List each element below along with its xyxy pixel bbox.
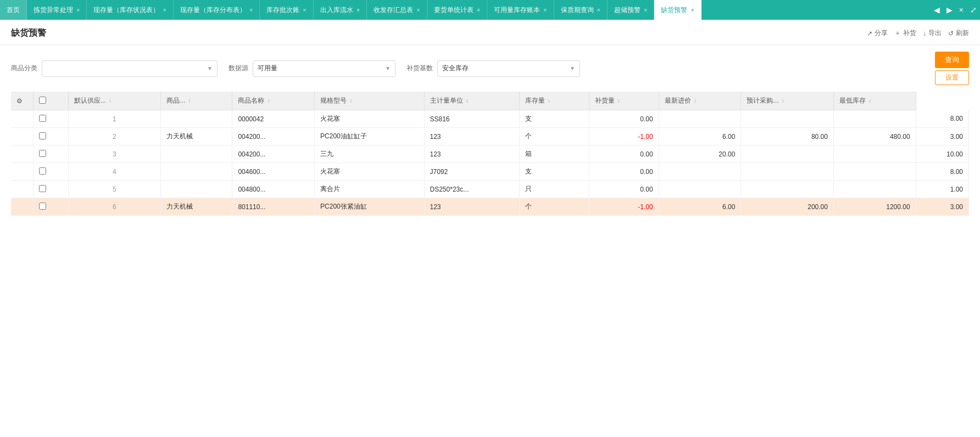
tab-prev-button[interactable]: ◀	[931, 3, 943, 16]
row-gear-cell	[11, 145, 33, 163]
col-spec-header[interactable]: 规格型号 ↕	[315, 92, 424, 110]
tab-batch-label: 库存批次账	[266, 5, 299, 15]
export-button[interactable]: ↓ 导出	[923, 29, 942, 38]
row-checkbox-cell	[33, 145, 68, 163]
tab-available-close[interactable]: ×	[543, 7, 547, 13]
select-all-checkbox[interactable]	[39, 97, 46, 104]
tab-available[interactable]: 可用量库存账本 ×	[487, 0, 554, 20]
row-goods-name: PC200油缸缸子	[315, 128, 424, 145]
row-checkbox[interactable]	[39, 115, 46, 122]
tab-purchase-stat[interactable]: 要货单统计表 ×	[427, 0, 487, 20]
row-goods-name: 三九	[315, 145, 424, 163]
row-goods-name: PC200张紧油缸	[315, 198, 424, 216]
col-unit-header[interactable]: 主计量单位 ↕	[424, 92, 519, 110]
row-checkbox-cell	[33, 128, 68, 145]
query-button[interactable]: 查询	[935, 52, 969, 68]
tab-shortage[interactable]: 缺货预警 ×	[654, 0, 701, 20]
row-checkbox[interactable]	[39, 132, 46, 139]
col-checkbox-header	[33, 92, 68, 110]
tab-expiry-close[interactable]: ×	[597, 7, 600, 13]
tab-nav-buttons: ◀ ▶ × ⤢	[931, 3, 980, 16]
tab-collect[interactable]: 收发存汇总表 ×	[367, 0, 427, 20]
row-supplier	[161, 163, 232, 181]
spec-sort-icon: ↕	[349, 98, 352, 104]
row-latest-price: 200.00	[741, 198, 834, 216]
datasource-label: 数据源	[229, 64, 248, 73]
filter-group-replenish-base: 补货基数 安全库存 ▼	[407, 60, 580, 77]
row-min-stock: 10.00	[916, 145, 968, 163]
tab-inventory-status-close[interactable]: ×	[163, 7, 166, 13]
category-label: 商品分类	[11, 64, 37, 73]
datasource-select[interactable]: 可用量 ▼	[253, 60, 396, 77]
refresh-icon: ↺	[948, 30, 954, 37]
replenish-base-select[interactable]: 安全库存 ▼	[437, 60, 580, 77]
stock-sort-icon: ↕	[548, 98, 550, 104]
tab-batch-close[interactable]: ×	[303, 7, 306, 13]
col-est-purchase-header[interactable]: 预计采购... ↕	[741, 92, 834, 110]
row-num-cell: 6	[68, 198, 161, 216]
category-select[interactable]: ▼	[42, 60, 218, 77]
refresh-button[interactable]: ↺ 刷新	[948, 29, 969, 38]
datasource-value: 可用量	[258, 64, 277, 73]
row-checkbox[interactable]	[39, 167, 46, 175]
goods-code-header-label: 商品...	[166, 97, 185, 104]
row-min-stock: 1.00	[916, 181, 968, 198]
row-goods-code: 004200...	[232, 145, 315, 163]
col-goods-name-header[interactable]: 商品名称 ↕	[232, 92, 315, 110]
row-num-cell: 3	[68, 145, 161, 163]
col-latest-price-header[interactable]: 最新进价 ↕	[659, 92, 741, 110]
tab-inventory-dist-close[interactable]: ×	[249, 7, 253, 13]
tab-batch[interactable]: 库存批次账 ×	[260, 0, 313, 20]
gear-settings-icon[interactable]: ⚙	[16, 97, 23, 105]
row-replenish: 6.00	[659, 198, 741, 216]
col-min-stock-header[interactable]: 最低库存 ↕	[833, 92, 916, 110]
row-gear-cell	[11, 110, 33, 128]
table-row: 4 004600... 火花塞 J7092 支 0.00 8.00	[11, 163, 969, 181]
replenish-sort-icon: ↕	[617, 98, 620, 104]
goods-name-sort-icon: ↕	[268, 98, 270, 104]
tab-inout[interactable]: 出入库流水 ×	[314, 0, 367, 20]
tab-purchase-stat-close[interactable]: ×	[477, 7, 480, 13]
replenish-base-value: 安全库存	[442, 64, 469, 73]
col-goods-code-header[interactable]: 商品... ↕	[161, 92, 232, 110]
row-unit: 个	[519, 198, 589, 216]
row-checkbox[interactable]	[39, 185, 46, 192]
tab-expiry[interactable]: 保质期查询 ×	[554, 0, 608, 20]
tab-inventory-status[interactable]: 现存量（库存状况表） ×	[87, 0, 173, 20]
row-stock: 0.00	[589, 110, 659, 128]
row-checkbox[interactable]	[39, 203, 46, 210]
row-num-cell: 4	[68, 163, 161, 181]
tab-shortage-close[interactable]: ×	[691, 7, 694, 13]
row-checkbox[interactable]	[39, 150, 46, 157]
main-content: 缺货预警 ↗ 分享 ＋ 补货 ↓ 导出 ↺ 刷新 商品分类	[0, 20, 980, 437]
tab-home[interactable]: 首页	[0, 0, 27, 20]
tab-close-all-button[interactable]: ×	[956, 3, 967, 16]
filter-group-category: 商品分类 ▼	[11, 60, 218, 77]
row-replenish	[659, 181, 741, 198]
tab-inventory-dist[interactable]: 现存量（库存分布表） ×	[174, 0, 260, 20]
replenish-button[interactable]: ＋ 补货	[894, 29, 916, 38]
row-min-stock: 3.00	[916, 198, 968, 216]
tab-abnormal[interactable]: 拣货异常处理 ×	[27, 0, 87, 20]
col-stock-header[interactable]: 库存量 ↕	[519, 92, 589, 110]
row-est-purchase	[833, 163, 916, 181]
tab-abnormal-close[interactable]: ×	[76, 7, 80, 13]
table-row: 6 力天机械 801110... PC200张紧油缸 123 个 -1.00 6…	[11, 198, 969, 216]
share-button[interactable]: ↗ 分享	[867, 29, 888, 38]
est-purchase-header-label: 预计采购...	[747, 97, 778, 104]
unit-sort-icon: ↕	[466, 98, 469, 104]
row-supplier	[161, 145, 232, 163]
share-icon: ↗	[867, 30, 872, 37]
tab-overstock-close[interactable]: ×	[644, 7, 647, 13]
tab-collect-close[interactable]: ×	[416, 7, 420, 13]
tab-expand-button[interactable]: ⤢	[967, 3, 980, 16]
tab-purchase-stat-label: 要货单统计表	[434, 5, 474, 15]
tab-next-button[interactable]: ▶	[943, 3, 956, 16]
tab-inout-close[interactable]: ×	[357, 7, 360, 13]
col-replenish-header[interactable]: 补货量 ↕	[589, 92, 659, 110]
tab-overstock[interactable]: 超储预警 ×	[608, 0, 654, 20]
col-supplier-header[interactable]: 默认供应... ↕	[68, 92, 161, 110]
settings-button[interactable]: 设置	[935, 70, 969, 85]
row-replenish	[659, 163, 741, 181]
row-latest-price	[741, 145, 834, 163]
